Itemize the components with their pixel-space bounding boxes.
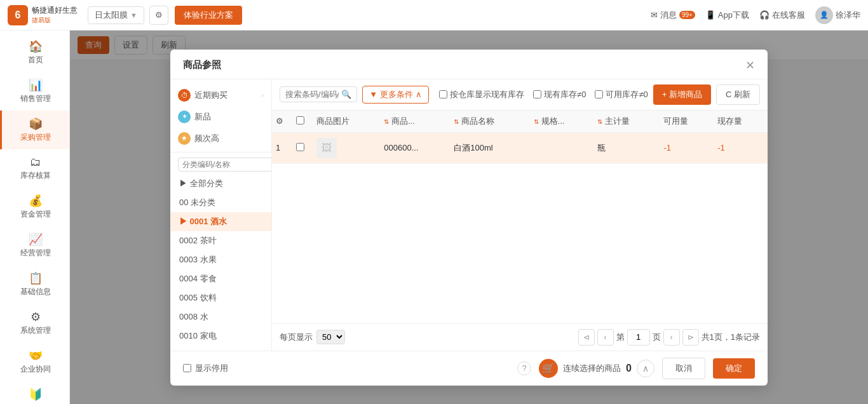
page-nav: ⊲ ‹ 第 页 › ⊳ 共1页，1条记录 xyxy=(578,329,760,346)
nav-right: ✉ 消息 99+ 📱 App下载 🎧 在线客服 👤 徐泽华 xyxy=(651,6,860,24)
sidebar-item-guide[interactable]: 🔰 新手引导 xyxy=(0,381,69,404)
confirm-button[interactable]: 确定 xyxy=(713,358,755,379)
modal-body: ⏱ 近期购买 › ✦ 新品 ★ 频次高 xyxy=(170,79,768,351)
page-input[interactable] xyxy=(627,329,650,346)
checkbox-warehouse-input[interactable] xyxy=(439,90,447,98)
filter-icon: ▼ xyxy=(369,90,377,99)
checkbox-stock-input[interactable] xyxy=(533,90,541,98)
cancel-button[interactable]: 取消 xyxy=(662,358,705,379)
trial-button[interactable]: 体验行业方案 xyxy=(175,6,242,25)
product-table-wrap: ⚙ 商品图片 ⇅ 商品... ⇅ 商品名称 ⇅ 规格... ⇅ 主计量 可用量 xyxy=(272,111,768,323)
checkbox-warehouse[interactable]: 按仓库显示现有库存 xyxy=(439,89,524,100)
row-select-checkbox[interactable] xyxy=(296,143,304,151)
per-page: 每页显示 50 xyxy=(280,330,345,344)
phone-icon: 📱 xyxy=(705,10,715,20)
col-name[interactable]: ⇅ 商品名称 xyxy=(450,111,530,133)
per-page-select[interactable]: 50 xyxy=(316,330,345,344)
sidebar: 🏠 首页 📊 销售管理 📦 采购管理 🗂 库存核算 💰 资金管理 📈 经营管理 … xyxy=(0,30,70,404)
sidebar-item-sales[interactable]: 📊 销售管理 xyxy=(0,72,69,111)
chevron-down-icon: ▼ xyxy=(130,11,137,19)
checkbox-stock-nonzero[interactable]: 现有库存≠0 xyxy=(533,89,586,100)
checkbox-available-nonzero[interactable]: 可用库存≠0 xyxy=(595,89,648,100)
display-disabled-checkbox[interactable] xyxy=(183,364,191,372)
sidebar-item-system[interactable]: ⚙ 系统管理 xyxy=(0,304,69,342)
cat-drink[interactable]: 0005 饮料 xyxy=(170,288,271,307)
row-unit: 瓶 xyxy=(593,132,660,163)
help-icon[interactable]: ? xyxy=(517,361,531,375)
sidebar-item-enterprise[interactable]: 🤝 企业协同 xyxy=(0,342,69,381)
sidebar-item-home[interactable]: 🏠 首页 xyxy=(0,33,69,72)
cat-fruit[interactable]: 0003 水果 xyxy=(170,250,271,269)
row-spec xyxy=(530,132,593,163)
sidebar-item-purchase[interactable]: 📦 采购管理 xyxy=(0,111,69,149)
online-service-btn[interactable]: 🎧 在线客服 xyxy=(759,10,805,21)
chevron-up-icon: ∧ xyxy=(416,90,422,99)
select-all-checkbox[interactable] xyxy=(296,116,304,125)
category-search-input[interactable] xyxy=(178,158,272,172)
purchase-icon: 📦 xyxy=(29,117,43,131)
product-image: 🖼 xyxy=(316,138,337,158)
col-spec[interactable]: ⇅ 规格... xyxy=(530,111,593,133)
cat-snack[interactable]: 0004 零食 xyxy=(170,269,271,288)
quick-new[interactable]: ✦ 新品 xyxy=(170,106,271,128)
checkbox-available-input[interactable] xyxy=(595,90,603,98)
settings-icon[interactable]: ⚙ xyxy=(149,6,168,25)
cat-liquor[interactable]: ▶ 0001 酒水 xyxy=(170,212,271,231)
prev-page-btn[interactable]: ‹ xyxy=(597,329,614,346)
finance-icon: 💰 xyxy=(29,194,43,208)
refresh-button[interactable]: C 刷新 xyxy=(716,84,760,105)
row-checkbox[interactable] xyxy=(292,132,313,163)
col-unit[interactable]: ⇅ 主计量 xyxy=(593,111,660,133)
app-download-btn[interactable]: 📱 App下载 xyxy=(705,10,749,21)
message-icon: ✉ xyxy=(651,10,658,20)
inventory-icon: 🗂 xyxy=(30,156,41,169)
sidebar-item-operation[interactable]: 📈 经营管理 xyxy=(0,226,69,265)
sidebar-item-inventory[interactable]: 🗂 库存核算 xyxy=(0,149,69,187)
col-settings[interactable]: ⚙ xyxy=(272,111,292,133)
cart-icon[interactable]: 🛒 xyxy=(539,359,558,378)
cat-tea[interactable]: 0002 茶叶 xyxy=(170,231,271,250)
search-input[interactable] xyxy=(285,90,339,99)
cat-uncategorized[interactable]: 00 未分类 xyxy=(170,193,271,212)
home-icon: 🏠 xyxy=(29,39,43,53)
guide-icon: 🔰 xyxy=(29,387,43,401)
quick-frequent[interactable]: ★ 频次高 xyxy=(170,128,271,149)
next-page-btn[interactable]: › xyxy=(663,329,680,346)
close-icon[interactable]: ✕ xyxy=(745,58,755,72)
user-menu[interactable]: 👤 徐泽华 xyxy=(815,6,860,24)
table-row[interactable]: 1 🖼 000600... 白酒100ml 瓶 xyxy=(272,132,768,163)
filter-button[interactable]: ▼ 更多条件 ∧ xyxy=(362,86,429,104)
top-nav: 6 畅捷通好生意 捷易版 日太阳膜 ▼ ⚙ 体验行业方案 ✉ 消息 99+ 📱 … xyxy=(0,0,868,30)
cat-all[interactable]: ▶ 全部分类 xyxy=(170,174,271,193)
cat-water[interactable]: 0008 水 xyxy=(170,307,271,327)
first-page-btn[interactable]: ⊲ xyxy=(578,329,595,346)
quick-recent[interactable]: ⏱ 近期购买 › xyxy=(170,84,271,106)
last-page-btn[interactable]: ⊳ xyxy=(682,329,699,346)
messages-btn[interactable]: ✉ 消息 99+ xyxy=(651,10,695,21)
sidebar-item-basicinfo[interactable]: 📋 基础信息 xyxy=(0,265,69,304)
col-image: 商品图片 xyxy=(313,111,380,133)
modal-search-bar: 🔍 ▼ 更多条件 ∧ 按仓库显示现有库存 xyxy=(272,79,768,111)
sidebar-item-finance[interactable]: 💰 资金管理 xyxy=(0,187,69,226)
display-disabled-wrap: 显示停用 xyxy=(183,363,228,374)
modal-right-panel: 🔍 ▼ 更多条件 ∧ 按仓库显示现有库存 xyxy=(272,79,768,351)
divider xyxy=(170,152,271,152)
main-content: 查询 设置 刷新 商品参照 ✕ ⏱ 近期购买 xyxy=(70,30,868,404)
headset-icon: 🎧 xyxy=(759,10,770,20)
footer-actions: ? 🛒 连续选择的商品 0 ∧ 取消 确定 xyxy=(517,358,755,379)
col-code[interactable]: ⇅ 商品... xyxy=(380,111,450,133)
chevron-up-icon[interactable]: ∧ xyxy=(637,360,654,377)
add-product-button[interactable]: + 新增商品 xyxy=(653,84,711,105)
page-total: 共1页，1条记录 xyxy=(702,332,760,343)
cart-count: 0 xyxy=(626,363,632,374)
search-icon[interactable]: 🔍 xyxy=(341,90,351,99)
logo-area: 6 畅捷通好生意 捷易版 xyxy=(8,5,78,25)
cat-appliance[interactable]: 0010 家电 xyxy=(170,327,271,346)
modal-title: 商品参照 xyxy=(183,59,221,71)
modal-overlay: 商品参照 ✕ ⏱ 近期购买 › ✦ 新品 xyxy=(70,30,868,404)
col-checkbox[interactable] xyxy=(292,111,313,133)
category-search: 🔍 xyxy=(170,155,271,174)
modal-header: 商品参照 ✕ xyxy=(170,50,768,79)
store-selector[interactable]: 日太阳膜 ▼ xyxy=(88,6,144,24)
modal-footer: 显示停用 ? 🛒 连续选择的商品 0 ∧ 取消 确定 xyxy=(170,351,768,386)
